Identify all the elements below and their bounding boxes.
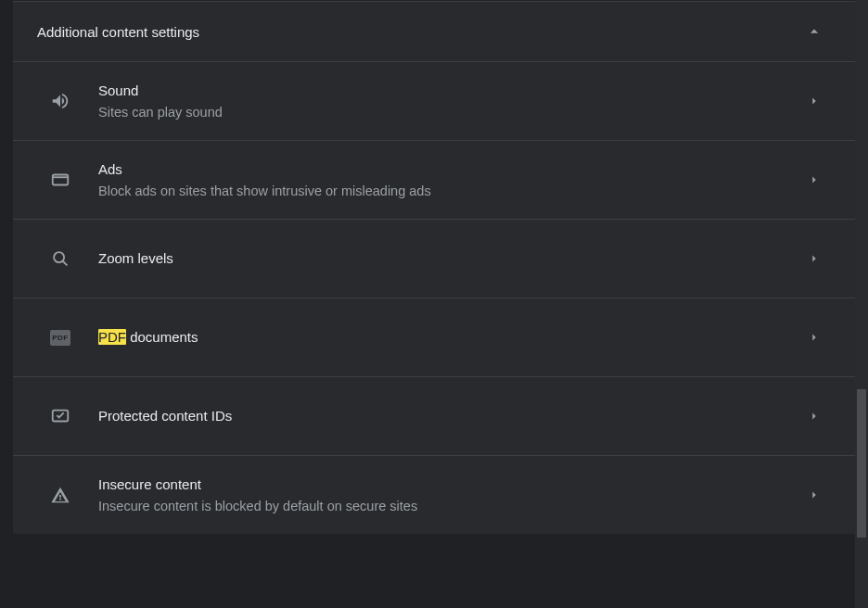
svg-line-3 [63, 261, 68, 266]
warning-icon [13, 485, 98, 505]
row-subtitle: Insecure content is blocked by default o… [98, 498, 799, 515]
window-icon [13, 170, 98, 190]
setting-row-zoom-levels[interactable]: Zoom levels [13, 219, 855, 298]
sound-icon [13, 91, 98, 111]
svg-point-2 [54, 252, 64, 262]
row-title: Ads [98, 160, 799, 179]
collapse-icon [798, 15, 831, 48]
chevron-right-icon [799, 480, 829, 510]
section-header[interactable]: Additional content settings [13, 2, 855, 61]
row-title: Protected content IDs [98, 407, 799, 425]
scrollbar-thumb[interactable] [857, 389, 866, 538]
row-title: Sound [98, 82, 799, 100]
pdf-icon: PDF [13, 330, 98, 346]
row-title: Insecure content [98, 475, 799, 494]
row-title: Zoom levels [98, 249, 799, 268]
row-title: PDF documents [98, 328, 799, 347]
chevron-right-icon [799, 244, 829, 273]
additional-content-settings-panel: Additional content settings Sound Sites … [13, 1, 855, 534]
setting-row-sound[interactable]: Sound Sites can play sound [13, 61, 855, 140]
section-title: Additional content settings [37, 24, 199, 40]
svg-rect-0 [53, 175, 69, 185]
protected-content-icon [13, 406, 98, 426]
setting-row-ads[interactable]: Ads Block ads on sites that show intrusi… [13, 140, 855, 219]
chevron-right-icon [799, 401, 829, 431]
chevron-right-icon [799, 165, 829, 195]
setting-row-insecure-content[interactable]: Insecure content Insecure content is blo… [13, 455, 855, 534]
chevron-right-icon [799, 86, 829, 116]
setting-row-pdf-documents[interactable]: PDF PDF documents [13, 298, 855, 376]
chevron-right-icon [799, 323, 829, 352]
setting-row-protected-content-ids[interactable]: Protected content IDs [13, 376, 855, 455]
search-highlight: PDF [98, 329, 126, 345]
search-icon [13, 248, 98, 269]
row-subtitle: Sites can play sound [98, 104, 799, 121]
row-subtitle: Block ads on sites that show intrusive o… [98, 183, 799, 200]
vertical-scrollbar[interactable] [855, 0, 868, 608]
